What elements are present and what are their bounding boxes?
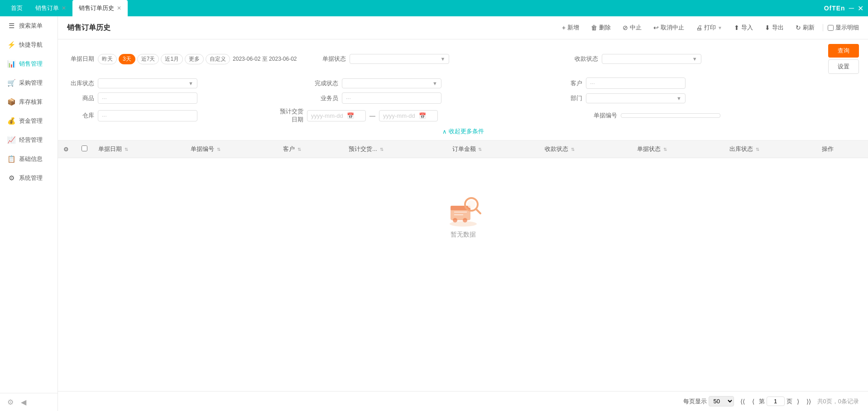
page-next-button[interactable]: ⟩ <box>794 397 802 406</box>
sidebar-item-search-menu[interactable]: ☰ 搜索菜单 <box>0 16 58 35</box>
page-prev-button[interactable]: ⟨ <box>749 397 757 406</box>
tab-home[interactable]: 首页 <box>5 0 29 16</box>
per-page-label: 每页显示 <box>683 397 707 406</box>
sort-customer-icon[interactable]: ⇅ <box>297 147 301 152</box>
salesperson-label: 业务员 <box>311 94 342 102</box>
bill-no-input[interactable] <box>621 113 720 118</box>
stop-icon: ⊘ <box>623 24 628 31</box>
page-first-button[interactable]: ⟨⟨ <box>738 397 748 406</box>
customer-input[interactable]: ··· <box>586 77 686 89</box>
import-button[interactable]: ⬆ 导入 <box>730 22 757 34</box>
stop-button[interactable]: ⊘ 中止 <box>619 22 645 34</box>
out-status-chevron-icon: ▼ <box>188 81 193 86</box>
sidebar-item-sales-mgmt[interactable]: 📊 销售管理 <box>0 54 58 73</box>
display-details-checkbox[interactable] <box>828 25 834 31</box>
payment-status-label: 收款状态 <box>571 55 602 63</box>
sort-expected-date-icon[interactable]: ⇅ <box>380 147 384 152</box>
collapse-more[interactable]: ∧ 收起更多条件 <box>67 127 859 135</box>
tab-sales-order[interactable]: 销售订单 ✕ <box>29 0 72 16</box>
sidebar-item-system-mgmt[interactable]: ⚙ 系统管理 <box>0 169 58 188</box>
sort-bill-no-icon[interactable]: ⇅ <box>217 147 221 152</box>
svg-point-6 <box>453 218 457 222</box>
window-min-button[interactable]: ─ <box>849 4 854 12</box>
date-btn-more[interactable]: 更多 <box>185 54 204 64</box>
calendar-end-icon[interactable]: 📅 <box>419 112 426 119</box>
sidebar-item-purchase-mgmt[interactable]: 🛒 采购管理 <box>0 73 58 92</box>
new-icon: + <box>562 24 566 31</box>
top-bar: 首页 销售订单 ✕ 销售订单历史 ✕ OfTEn ─ ✕ <box>0 0 868 16</box>
filter-row-1: 单据日期 昨天 3天 近7天 近1月 更多 自定义 2023-06-02 至 2… <box>67 44 859 74</box>
filter-segment-bill-status: 单据状态 ▼ <box>319 54 571 64</box>
table-area: ⚙ 单据日期 ⇅ 单据编号 ⇅ <box>58 140 868 391</box>
tabs-area: 首页 销售订单 ✕ 销售订单历史 ✕ <box>5 0 128 16</box>
dept-select[interactable]: ▼ <box>586 93 686 103</box>
date-btn-yesterday[interactable]: 昨天 <box>98 54 117 64</box>
delete-button[interactable]: 🗑 删除 <box>587 22 614 34</box>
expected-date-end[interactable]: yyyy-mm-dd 📅 <box>379 110 438 121</box>
filter-segment-product: 商品 ··· <box>67 92 311 104</box>
bill-status-label: 单据状态 <box>319 55 350 63</box>
query-button[interactable]: 查询 <box>828 44 859 58</box>
window-close-button[interactable]: ✕ <box>858 4 863 13</box>
sort-out-status-icon[interactable]: ⇅ <box>756 147 759 152</box>
tab-sales-order-history[interactable]: 销售订单历史 ✕ <box>72 0 128 16</box>
sidebar-item-quick-nav[interactable]: ⚡ 快捷导航 <box>0 35 58 54</box>
th-expected-date: 预计交货... ⇅ <box>343 140 447 158</box>
filter-segment-date: 单据日期 昨天 3天 近7天 近1月 更多 自定义 2023-06-02 至 2… <box>67 54 319 64</box>
export-button[interactable]: ⬇ 导出 <box>761 22 787 34</box>
warehouse-input[interactable]: ··· <box>98 110 197 121</box>
date-btn-custom[interactable]: 自定义 <box>206 54 230 64</box>
sort-order-amount-icon[interactable]: ⇅ <box>478 147 482 152</box>
sidebar-item-finance[interactable]: 💰 资金管理 <box>0 111 58 131</box>
sidebar-item-basic-info[interactable]: 📋 基础信息 <box>0 150 58 169</box>
product-input[interactable]: ··· <box>98 92 197 104</box>
select-all-checkbox[interactable] <box>82 145 87 151</box>
sort-bill-status-icon[interactable]: ⇅ <box>663 147 667 152</box>
tab-sales-order-close[interactable]: ✕ <box>62 5 66 11</box>
th-operation: 操作 <box>816 140 868 158</box>
export-icon: ⬇ <box>765 24 770 31</box>
settings-gear-icon[interactable]: ⚙ <box>63 146 69 153</box>
set-button[interactable]: 设置 <box>828 59 859 74</box>
sort-date-icon[interactable]: ⇅ <box>125 147 128 152</box>
tab-sales-order-history-close[interactable]: ✕ <box>117 5 121 11</box>
out-status-select[interactable]: ▼ <box>98 78 197 88</box>
finance-icon: 💰 <box>7 117 15 125</box>
display-details-label[interactable]: 显示明细 <box>828 24 859 32</box>
sidebar-item-inventory[interactable]: 📦 库存核算 <box>0 92 58 111</box>
sort-payment-status-icon[interactable]: ⇅ <box>571 147 575 152</box>
th-settings[interactable]: ⚙ <box>58 140 76 158</box>
date-btn-7days[interactable]: 近7天 <box>137 54 159 64</box>
cancel-stop-button[interactable]: ↩ 取消中止 <box>650 22 688 34</box>
th-date: 单据日期 ⇅ <box>93 140 185 158</box>
complete-status-select[interactable]: ▼ <box>342 78 441 88</box>
th-customer: 客户 ⇅ <box>278 140 343 158</box>
date-btn-1month[interactable]: 近1月 <box>161 54 183 64</box>
expected-date-start[interactable]: yyyy-mm-dd 📅 <box>307 110 366 121</box>
th-check[interactable] <box>76 140 93 158</box>
salesperson-input[interactable]: ··· <box>342 92 441 104</box>
date-btn-3days[interactable]: 3天 <box>119 54 135 64</box>
refresh-button[interactable]: ↻ 刷新 <box>792 22 818 34</box>
customer-label: 客户 <box>555 79 586 87</box>
sidebar-item-operations[interactable]: 📈 经营管理 <box>0 131 58 150</box>
sidebar-settings-icon[interactable]: ⚙ <box>7 398 14 406</box>
page-last-button[interactable]: ⟩⟩ <box>804 397 814 406</box>
toolbar: + 新增 🗑 删除 ⊘ 中止 ↩ 取消中止 🖨 打印 <box>558 22 859 34</box>
purchase-mgmt-icon: 🛒 <box>7 79 15 87</box>
new-button[interactable]: + 新增 <box>558 22 583 34</box>
top-bar-right: OfTEn ─ ✕ <box>824 4 863 13</box>
expected-date-end-placeholder: yyyy-mm-dd <box>383 112 415 119</box>
calendar-start-icon[interactable]: 📅 <box>347 112 354 119</box>
table-header-row: ⚙ 单据日期 ⇅ 单据编号 ⇅ <box>58 140 868 158</box>
sidebar-collapse-icon[interactable]: ◀ <box>21 398 26 406</box>
per-page-dropdown[interactable]: 10 20 50 100 <box>709 396 734 406</box>
bill-status-select[interactable]: ▼ <box>350 54 449 64</box>
dept-label: 部门 <box>555 94 586 102</box>
filter-segment-out-status: 出库状态 ▼ <box>67 78 311 88</box>
page-input[interactable] <box>767 396 785 406</box>
filter-segment-dept: 部门 ▼ <box>555 93 799 103</box>
print-button[interactable]: 🖨 打印 ▼ <box>692 22 726 34</box>
empty-state: 暂无数据 <box>58 158 868 266</box>
payment-status-select[interactable]: ▼ <box>602 54 701 64</box>
